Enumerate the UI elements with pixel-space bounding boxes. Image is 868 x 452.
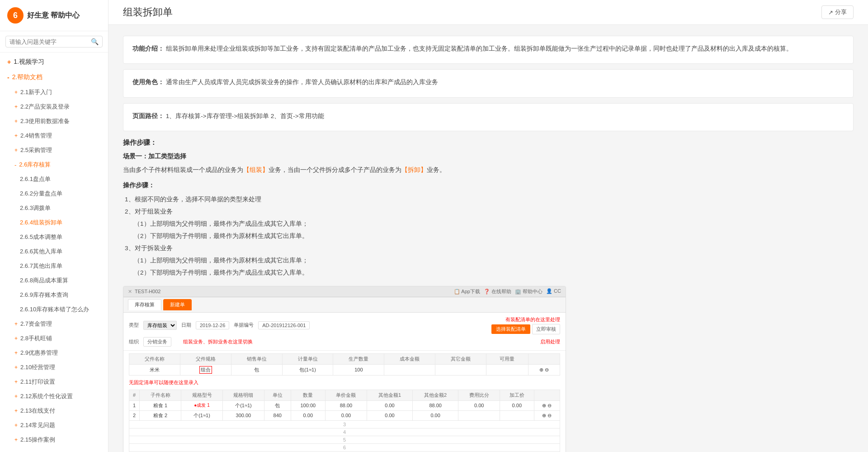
sidebar-label-25: 2.5采购管理 <box>20 146 52 154</box>
sidebar-item-213[interactable]: + 2.13在线支付 <box>0 404 108 418</box>
ss-parent-avail <box>486 364 528 375</box>
sidebar-label-214: 2.14常见问题 <box>20 421 55 429</box>
ss-col7: 其它金额 <box>435 353 486 364</box>
expand-icon-210: + <box>14 364 18 371</box>
ss-row2-other2: 0.00 <box>413 410 458 420</box>
ss-row2-price: 0.00 <box>326 410 367 420</box>
expand-icon-video: + <box>7 58 11 66</box>
sidebar-item-268[interactable]: 2.6.8商品成本重算 <box>0 273 108 288</box>
sidebar-label-24: 2.4销售管理 <box>20 132 52 140</box>
sidebar-label-265: 2.6.5成本调整单 <box>20 233 62 241</box>
ss-parent-name: 米米 <box>129 364 180 375</box>
func-intro-content: 组装拆卸单用来处理企业组装或拆卸等加工业务，支持有固定装配清单的产品加工业务，也… <box>166 45 793 52</box>
ss-num-label: 单据编号 <box>234 322 254 328</box>
sidebar-label-23: 2.3使用前数据准备 <box>20 117 70 125</box>
ss-num-field: AD-201912126-001 <box>258 321 310 329</box>
table-row: 2 粮食 2 个(1≈1) 300.00 840 0.00 0.00 0.00 … <box>129 410 560 420</box>
expand-icon-21: + <box>14 89 18 95</box>
sidebar-item-211[interactable]: + 2.11打印设置 <box>0 375 108 389</box>
screenshot-inner: 库存核算 新建单 类型 库存组装 日期 2019-12-26 单据编号 AD-2 <box>123 297 566 452</box>
sidebar-item-269[interactable]: 2.6.9库存账本查询 <box>0 288 108 302</box>
sidebar-item-264[interactable]: 2.6.4组装拆卸单 <box>0 215 108 230</box>
sidebar-item-label-video: 1.视频学习 <box>14 58 44 66</box>
step1: 1、根据不同的业务，选择不同单据的类型来处理 <box>125 193 854 205</box>
screenshot-container: ✕ TEST-H002 📋 App下载 ❓ 在线帮助 🏢 帮助中心 👤 CC 库… <box>123 286 566 452</box>
ops-label: 操作步骤： <box>123 138 854 147</box>
sidebar-item-212[interactable]: + 2.12系统个性化设置 <box>0 389 108 404</box>
ss-parent-other <box>435 364 486 375</box>
ss-parent-unit: 包(1≈1) <box>282 364 333 375</box>
func-intro-label: 功能介绍： <box>132 45 164 52</box>
ss-row1-num: 1 <box>129 400 140 410</box>
sidebar-item-24[interactable]: + 2.4销售管理 <box>0 128 108 143</box>
sidebar-item-29[interactable]: + 2.9优惠券管理 <box>0 346 108 360</box>
sidebar-item-22[interactable]: + 2.2产品安装及登录 <box>0 100 108 114</box>
ss-select-btn[interactable]: 选择装配清单 <box>491 324 530 334</box>
sidebar-item-28[interactable]: + 2.8手机旺铺 <box>0 331 108 346</box>
sidebar-label-21: 2.1新手入门 <box>20 88 52 96</box>
sidebar-item-27[interactable]: + 2.7资金管理 <box>0 317 108 331</box>
step3: 3、对于拆装业务 <box>125 242 854 254</box>
ss-row1-ratio: 0.00 <box>458 400 500 410</box>
ss-col1: 父件名称 <box>129 353 180 364</box>
ss-row2-ratio <box>458 410 500 420</box>
sidebar-item-210[interactable]: + 2.10经营管理 <box>0 360 108 375</box>
ss-org-label: 组织 <box>129 338 139 345</box>
ss-row1-name: 粮食 1 <box>140 400 181 410</box>
ss-annotation2: 组装业务、拆卸业务在这里切换 <box>183 338 253 345</box>
logo-area: 6 好生意 帮助中心 <box>0 0 108 31</box>
expand-icon-23: + <box>14 118 18 124</box>
sidebar-item-2610[interactable]: 2.6.10库存账本错了怎么办 <box>0 302 108 317</box>
sidebar-item-267[interactable]: 2.6.7其他出库单 <box>0 259 108 273</box>
step2-sub1: （1）上部明细为父件明细，最终作为产成品生成其它入库单； <box>134 218 854 230</box>
sidebar: 6 好生意 帮助中心 🔍 + 1.视频学习 - 2.帮助文档 + 2.1新手入门… <box>0 0 108 452</box>
sidebar-label-264: 2.6.4组装拆卸单 <box>20 219 62 227</box>
ss-annotation1: 有装配清单的在这里处理 <box>505 316 560 323</box>
sidebar-item-265[interactable]: 2.6.5成本调整单 <box>0 230 108 244</box>
sidebar-item-docs[interactable]: - 2.帮助文档 <box>0 70 108 85</box>
ss-annotation3: 启用处理 <box>540 338 560 345</box>
sidebar-item-23[interactable]: + 2.3使用前数据准备 <box>0 114 108 128</box>
ss-row1-qty: 100:00 <box>291 400 325 410</box>
expand-icon-27: + <box>14 321 18 327</box>
share-label: 分享 <box>835 8 847 16</box>
sidebar-label-26: 2.6库存核算 <box>19 161 51 169</box>
sidebar-label-269: 2.6.9库存账本查询 <box>20 291 68 299</box>
ss-parent-cost <box>384 364 435 375</box>
ss-row1-spec: ●成发 1 <box>181 400 223 410</box>
ss-row2-unit: 840 <box>264 410 291 420</box>
search-icon[interactable]: 🔍 <box>91 38 99 45</box>
ss-title-bar: TEST-H002 <box>135 289 160 294</box>
sidebar-item-263[interactable]: 2.6.3调拨单 <box>0 201 108 215</box>
sidebar-item-262[interactable]: 2.6.2分量盘点单 <box>0 186 108 201</box>
nav-section: + 1.视频学习 - 2.帮助文档 + 2.1新手入门 + 2.2产品安装及登录… <box>0 52 108 449</box>
sidebar-item-261[interactable]: 2.6.1盘点单 <box>0 172 108 186</box>
sidebar-item-214[interactable]: + 2.14常见问题 <box>0 418 108 433</box>
table-row: 6 <box>129 443 560 451</box>
role-text: 使用角色： 通常由生产人员或库管人员完成拆装业务的操作，库管人员确认原材料的出库… <box>132 77 844 88</box>
ss-submit-btn[interactable]: 立即审核 <box>532 324 560 334</box>
ss-tab-new[interactable]: 新建单 <box>163 299 192 310</box>
step3-sub1: （1）上部明细为父件明细，最终作为原材料生成其它出库单； <box>134 254 854 266</box>
ss-row1-detail: 个(1≈1) <box>222 400 264 410</box>
highlight-assemble: 【组装】 <box>243 167 269 173</box>
expand-icon-24: + <box>14 133 18 139</box>
sidebar-item-25[interactable]: + 2.5采购管理 <box>0 143 108 157</box>
ss-row1-other2: 88.00 <box>413 400 458 410</box>
main-content: 组装拆卸单 ↗ 分享 功能介绍： 组装拆卸单用来处理企业组装或拆卸等加工业务，支… <box>108 0 868 452</box>
ss-tab-inventory[interactable]: 库存核算 <box>128 299 161 310</box>
sidebar-item-21[interactable]: + 2.1新手入门 <box>0 85 108 100</box>
sidebar-item-266[interactable]: 2.6.6其他入库单 <box>0 244 108 259</box>
sidebar-label-210: 2.10经营管理 <box>20 363 55 371</box>
sidebar-item-26[interactable]: - 2.6库存核算 <box>0 157 108 172</box>
ss-tcol4: 单位 <box>264 390 291 400</box>
sidebar-label-27: 2.7资金管理 <box>20 320 52 328</box>
share-button[interactable]: ↗ 分享 <box>821 5 854 19</box>
ss-type-select[interactable]: 库存组装 <box>143 321 177 330</box>
ss-col2: 父件规格 <box>180 353 231 364</box>
sidebar-item-video[interactable]: + 1.视频学习 <box>0 54 108 70</box>
ss-tcol2: 规格型号 <box>181 390 223 400</box>
sidebar-item-215[interactable]: + 2.15操作案例 <box>0 433 108 447</box>
search-input[interactable] <box>9 38 91 45</box>
ss-row2-detail: 300.00 <box>222 410 264 420</box>
